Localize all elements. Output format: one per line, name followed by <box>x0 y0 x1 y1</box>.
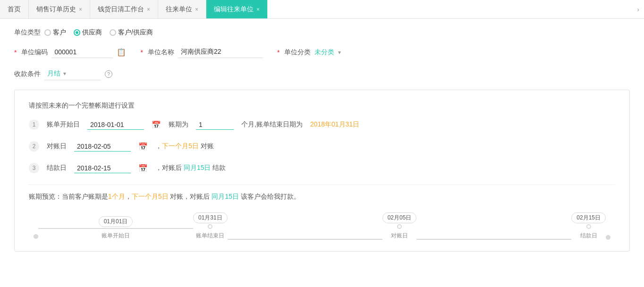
payment-terms-label: 收款条件 <box>14 70 41 78</box>
preview-part2: 下一个月5日 <box>132 193 169 200</box>
timeline-label-1: 账单开始日 <box>102 232 130 240</box>
radio-supplier[interactable]: 供应商 <box>74 28 102 37</box>
radio-circle-customer <box>44 29 51 36</box>
preview-sep2: 对账，对账后 <box>169 193 212 200</box>
cal-icon-3[interactable]: 📅 <box>138 164 148 173</box>
radio-label-customer: 客户 <box>53 28 66 37</box>
step-label-3: 结款日 <box>47 164 67 172</box>
step-date-input-1[interactable] <box>87 120 144 130</box>
radio-label-both: 客户/供应商 <box>118 28 153 37</box>
step-date-input-2[interactable] <box>74 142 131 152</box>
timeline-node-4: 02月15日 结款日 <box>571 212 606 240</box>
close-tab-cash-work[interactable]: × <box>147 6 150 13</box>
timeline-label-2: 账单结束日 <box>196 232 224 240</box>
timeline-line-2 <box>228 239 382 240</box>
settings-card: 请按照未来的一个完整帐期进行设置 1 账单开始日 📅 账期为 个月,账单结束日期… <box>14 90 630 252</box>
step-period-label: 账期为 <box>169 120 188 129</box>
step-row-3: 3 结款日 📅 ，对账后 同月15日 结款 <box>29 163 615 173</box>
copy-icon[interactable]: 📋 <box>117 48 126 57</box>
timeline-badge-3: 02月05日 <box>382 212 417 223</box>
timeline-segment-3 <box>416 228 571 240</box>
close-tab-edit-partner[interactable]: × <box>256 6 260 13</box>
payment-terms-value: 月结 <box>47 69 60 78</box>
unit-code-input[interactable] <box>51 46 113 58</box>
step-row-1: 1 账单开始日 📅 账期为 个月,账单结束日期为 2018年01月31日 <box>29 119 615 130</box>
tab-edit-partner[interactable]: 编辑往来单位 × <box>206 0 268 18</box>
timeline-badge-1: 01月01日 <box>99 216 133 227</box>
cal-icon-1[interactable]: 📅 <box>152 120 161 129</box>
cal-icon-2[interactable]: 📅 <box>138 142 148 151</box>
timeline-end-dot <box>606 235 610 240</box>
timeline-dot-3 <box>397 224 402 229</box>
radio-group: 客户 供应商 客户/供应商 <box>44 28 153 37</box>
timeline-node-2: 01月31日 账单结束日 <box>193 212 228 240</box>
step-num-1: 1 <box>29 119 39 130</box>
radio-circle-supplier <box>74 29 80 36</box>
close-tab-sales-history[interactable]: × <box>79 6 82 13</box>
preview-part1: 1个月 <box>108 193 125 200</box>
tab-home[interactable]: 首页 <box>0 0 29 18</box>
timeline-line-3 <box>416 239 571 240</box>
preview-prefix: 账期预览：当前客户账期是 <box>29 193 108 200</box>
step-row-2: 2 对账日 📅 ，下一个月5日 对账 <box>29 141 615 152</box>
unit-category-group: * 单位分类 未分类 ▾ <box>277 48 341 57</box>
payment-terms-row: 收款条件 月结 ▾ ? <box>14 68 630 80</box>
payment-terms-group: 收款条件 月结 ▾ ? <box>14 68 112 80</box>
tab-expand-button[interactable]: › <box>632 0 644 18</box>
radio-circle-both <box>110 29 116 36</box>
timeline-node-3: 02月05日 对账日 <box>382 212 417 240</box>
unit-category-label: 单位分类 <box>284 48 311 57</box>
radio-customer[interactable]: 客户 <box>44 28 66 37</box>
main-content: 单位类型 客户 供应商 客户/供应商 * 单位编码 <box>0 19 644 287</box>
timeline-line-1 <box>38 228 193 229</box>
required-marker-code: * <box>14 49 17 56</box>
timeline-segment-1: 01月01日 账单开始日 <box>38 216 193 240</box>
tab-cash-work[interactable]: 钱货日清工作台 × <box>90 0 158 18</box>
unit-type-label: 单位类型 <box>14 28 41 37</box>
preview-section: 账期预览：当前客户账期是1个月，下一个月5日 对账，对账后 同月15日 该客户会… <box>29 185 615 201</box>
tab-sales-history[interactable]: 销售订单历史 × <box>29 0 90 18</box>
timeline-badge-4: 02月15日 <box>571 212 606 223</box>
step-num-3: 3 <box>29 163 39 173</box>
payment-terms-arrow[interactable]: ▾ <box>63 70 66 77</box>
timeline-badge-2: 01月31日 <box>193 212 228 223</box>
timeline-container: 01月01日 账单开始日 01月31日 账单结束日 02月05日 对账日 <box>29 212 615 240</box>
unit-name-label: 单位名称 <box>148 48 174 57</box>
timeline-dot-2 <box>208 224 212 229</box>
timeline-label-4: 结款日 <box>580 232 597 240</box>
step-num-2: 2 <box>29 141 39 152</box>
tab-bar: 首页 销售订单历史 × 钱货日清工作台 × 往来单位 × 编辑往来单位 × › <box>0 0 644 19</box>
unit-name-input[interactable] <box>178 46 263 58</box>
unit-code-group: * 单位编码 📋 <box>14 46 126 58</box>
unit-name-group: * 单位名称 <box>140 46 263 58</box>
timeline-end <box>606 225 610 240</box>
radio-label-supplier: 供应商 <box>82 28 102 37</box>
step-period-end: 2018年01月31日 <box>310 120 359 129</box>
step-date-input-3[interactable] <box>74 163 131 173</box>
unit-category-value: 未分类 <box>314 48 334 57</box>
payment-terms-select[interactable]: 月结 ▾ <box>44 68 101 80</box>
tab-partner-unit[interactable]: 往来单位 × <box>158 0 206 18</box>
unit-type-row: 单位类型 客户 供应商 客户/供应商 <box>14 28 630 37</box>
step-period-unit: 个月,账单结束日期为 <box>241 120 303 129</box>
timeline-segment-2 <box>228 228 382 240</box>
card-title: 请按照未来的一个完整帐期进行设置 <box>29 101 615 110</box>
preview-sep1: ， <box>125 193 132 200</box>
step-suffix-2: ，下一个月5日 对账 <box>155 142 214 151</box>
step-label-1: 账单开始日 <box>47 120 80 129</box>
category-dropdown-arrow[interactable]: ▾ <box>338 49 341 56</box>
unit-code-label: 单位编码 <box>21 48 48 57</box>
step-suffix-3: ，对账后 同月15日 结款 <box>155 164 226 172</box>
timeline-start-dot <box>34 234 38 239</box>
close-tab-partner-unit[interactable]: × <box>195 6 198 13</box>
help-icon[interactable]: ? <box>105 70 112 78</box>
step-period-input[interactable] <box>196 120 234 130</box>
step-label-2: 对账日 <box>47 142 67 151</box>
required-marker-name: * <box>140 49 143 56</box>
unit-type-group: 单位类型 客户 供应商 客户/供应商 <box>14 28 153 37</box>
unit-info-row: * 单位编码 📋 * 单位名称 * 单位分类 未分类 ▾ <box>14 46 630 58</box>
preview-part3: 同月15日 <box>212 193 239 200</box>
radio-both[interactable]: 客户/供应商 <box>110 28 153 37</box>
timeline-label-3: 对账日 <box>391 232 408 240</box>
timeline-dot-4 <box>586 224 591 229</box>
